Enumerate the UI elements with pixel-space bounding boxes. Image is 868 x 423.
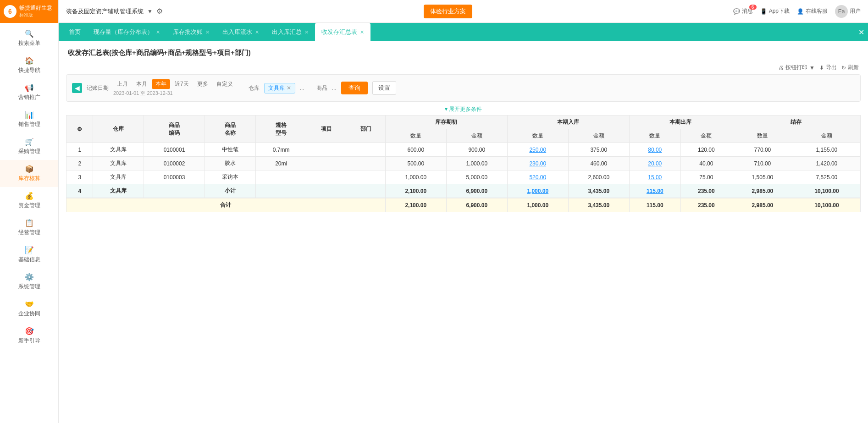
- row-warehouse: 文具库: [93, 143, 144, 157]
- row-name: 采访本: [205, 170, 256, 184]
- basic-info-icon: 📝: [25, 246, 34, 254]
- row-warehouse: 文具库: [93, 157, 144, 170]
- footer-out-qty: 115.00: [629, 198, 680, 212]
- row-in-qty[interactable]: 230.00: [507, 157, 568, 170]
- date-btn-last-month[interactable]: 上月: [113, 79, 132, 89]
- row-in-amt: 460.00: [568, 157, 629, 170]
- warehouse-tag-close[interactable]: ✕: [287, 85, 291, 91]
- sidebar-item-label: 企业协同: [18, 310, 40, 318]
- row-spec: 0.7mm: [255, 143, 307, 157]
- product-more[interactable]: ...: [332, 85, 337, 91]
- row-in-qty[interactable]: 520.00: [507, 170, 568, 184]
- row-close-qty: 710.00: [732, 157, 793, 170]
- warehouse-more[interactable]: ...: [300, 85, 304, 91]
- date-btn-7days[interactable]: 近7天: [171, 79, 193, 89]
- expand-filter-btn[interactable]: ▾ 展开更多条件: [445, 105, 482, 113]
- out-qty-link[interactable]: 15.00: [648, 174, 662, 181]
- col-settings-header[interactable]: ⚙: [66, 115, 93, 143]
- in-qty-link[interactable]: 230.00: [529, 160, 546, 167]
- row-in-qty[interactable]: 1,000.00: [507, 184, 568, 198]
- table-row: 3 文具库 0100003 采访本 1,000.00 5,000.00 520.…: [66, 170, 861, 184]
- row-close-amt: 1,420.00: [793, 157, 860, 170]
- row-out-qty[interactable]: 20.00: [629, 157, 680, 170]
- tab-home[interactable]: 首页: [62, 23, 87, 41]
- filter-toggle-btn[interactable]: ◀: [72, 83, 82, 93]
- tab-close-icon[interactable]: ✕: [205, 29, 210, 35]
- export-btn[interactable]: ⬇ 导出: [819, 64, 837, 71]
- sidebar-item-basic-info[interactable]: 📝 基础信息: [0, 241, 58, 268]
- row-out-qty[interactable]: 80.00: [629, 143, 680, 157]
- sidebar-item-search[interactable]: 🔍 搜索菜单: [0, 25, 58, 52]
- row-open-qty: 500.00: [385, 157, 446, 170]
- sidebar-item-quick-nav[interactable]: 🏠 快捷导航: [0, 52, 58, 79]
- date-btn-this-year[interactable]: 本年: [152, 79, 170, 89]
- tab-collect-summary[interactable]: 收发存汇总表✕: [315, 23, 370, 41]
- tab-in-out-summary[interactable]: 出入库汇总✕: [265, 23, 315, 41]
- expand-filter-area: ▾ 展开更多条件: [66, 105, 861, 113]
- out-qty-link[interactable]: 115.00: [647, 188, 663, 194]
- row-out-qty[interactable]: 15.00: [629, 170, 680, 184]
- sidebar-item-system[interactable]: ⚙️ 系统管理: [0, 268, 58, 295]
- row-name: 中性笔: [205, 143, 256, 157]
- sidebar-item-finance[interactable]: 💰 资金管理: [0, 187, 58, 214]
- warehouse-tag[interactable]: 文具库 ✕: [264, 83, 295, 93]
- in-qty-link[interactable]: 520.00: [529, 174, 546, 181]
- app-name: 畅捷通好生意: [19, 5, 52, 12]
- date-btn-more[interactable]: 更多: [194, 79, 212, 89]
- online-service-btn[interactable]: 👤 在线客服: [797, 7, 828, 15]
- sidebar-item-sales[interactable]: 📊 销售管理: [0, 106, 58, 133]
- print-btn[interactable]: 🖨 按钮打印 ▼: [778, 64, 815, 71]
- sidebar-item-operations[interactable]: 📋 经营管理: [0, 214, 58, 241]
- sidebar-item-enterprise[interactable]: 🤝 企业协同: [0, 295, 58, 322]
- date-btn-custom[interactable]: 自定义: [213, 79, 237, 89]
- row-project: [307, 157, 346, 170]
- row-in-qty[interactable]: 250.00: [507, 143, 568, 157]
- message-badge: 6: [749, 5, 757, 10]
- sidebar-item-guide[interactable]: 🎯 新手引导: [0, 322, 58, 349]
- settings-icon[interactable]: ⚙: [156, 7, 163, 16]
- page-title: 收发存汇总表(按仓库+商品编码+商品+规格型号+项目+部门): [68, 49, 859, 57]
- in-qty-link[interactable]: 250.00: [529, 147, 546, 153]
- user-menu[interactable]: Ea 用户: [835, 5, 861, 18]
- settings-button[interactable]: 设置: [372, 81, 396, 95]
- row-no: 1: [66, 143, 93, 157]
- out-qty-link[interactable]: 20.00: [648, 160, 662, 167]
- sidebar-logo: 6 畅捷通好生意 标准版: [0, 0, 58, 23]
- tab-inventory-dist[interactable]: 现存量（库存分布表）✕: [87, 23, 166, 41]
- in-qty-link[interactable]: 1,000.00: [527, 188, 548, 194]
- tab-in-out-flow[interactable]: 出入库流水✕: [216, 23, 265, 41]
- tabbar-close-btn[interactable]: ✕: [858, 28, 864, 37]
- tab-close-icon[interactable]: ✕: [304, 29, 309, 35]
- tab-close-icon[interactable]: ✕: [156, 29, 160, 35]
- sidebar-item-purchase[interactable]: 🛒 采购管理: [0, 133, 58, 160]
- system-dropdown[interactable]: ▼: [147, 8, 153, 15]
- refresh-btn[interactable]: ↻ 刷新: [841, 64, 859, 71]
- closing-qty-header: 数量: [732, 129, 793, 143]
- main-area: 装备及固定资产辅助管理系统 ▼ ⚙ 体验行业方案 💬 消息 6 📱 App下载 …: [59, 0, 868, 423]
- tab-batch-ledger[interactable]: 库存批次账✕: [166, 23, 216, 41]
- avatar: Ea: [835, 5, 848, 18]
- date-btn-this-month[interactable]: 本月: [133, 79, 151, 89]
- app-badge: 标准版: [19, 12, 52, 18]
- sidebar-item-marketing[interactable]: 📢 营销推广: [0, 79, 58, 106]
- row-dept: [346, 170, 386, 184]
- out-qty-link[interactable]: 80.00: [648, 147, 662, 153]
- message-btn[interactable]: 💬 消息 6: [733, 7, 753, 15]
- app-download-btn[interactable]: 📱 App下载: [760, 7, 790, 15]
- marketing-icon: 📢: [25, 83, 34, 92]
- sidebar-item-inventory[interactable]: 📦 库存核算: [0, 160, 58, 187]
- col-in-header: 本期入库: [507, 115, 629, 129]
- sidebar-item-label: 搜索菜单: [18, 39, 40, 47]
- warehouse-label: 仓库: [249, 84, 260, 92]
- query-button[interactable]: 查询: [341, 82, 368, 94]
- col-name-header: 商品名称: [205, 115, 256, 143]
- row-dept: [346, 143, 386, 157]
- footer-label: 合计: [66, 198, 386, 212]
- trial-button[interactable]: 体验行业方案: [424, 5, 472, 18]
- topbar: 装备及固定资产辅助管理系统 ▼ ⚙ 体验行业方案 💬 消息 6 📱 App下载 …: [59, 0, 868, 23]
- tab-close-icon[interactable]: ✕: [255, 29, 259, 35]
- row-out-qty[interactable]: 115.00: [629, 184, 680, 198]
- tab-close-icon[interactable]: ✕: [360, 29, 364, 35]
- row-in-amt: 375.00: [568, 143, 629, 157]
- footer-close-amt: 10,100.00: [793, 198, 860, 212]
